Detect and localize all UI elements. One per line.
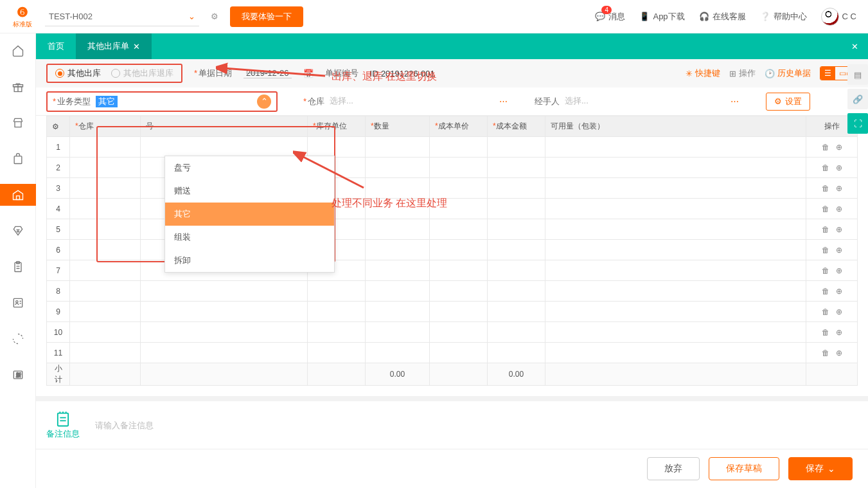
more-icon[interactable]: ⋯ <box>731 96 740 106</box>
cell-cost[interactable] <box>430 240 488 260</box>
customer-service-button[interactable]: 🎧 在线客服 <box>699 11 746 23</box>
cell-avail[interactable] <box>545 137 806 158</box>
cell-unit[interactable] <box>308 137 366 158</box>
cell-wh[interactable] <box>70 260 141 281</box>
cell-avail[interactable] <box>545 281 806 302</box>
store-select[interactable]: TEST-H002 ⌄ <box>45 7 199 26</box>
cell-wh[interactable] <box>70 178 141 199</box>
cell-amt[interactable] <box>488 240 545 260</box>
cell-avail[interactable] <box>545 158 806 178</box>
dropdown-item[interactable]: 组装 <box>165 226 334 249</box>
cell-wh[interactable] <box>70 219 141 240</box>
add-icon[interactable]: ⊕ <box>836 307 842 316</box>
ops-button[interactable]: ⊞操作 <box>729 68 756 79</box>
delete-icon[interactable]: 🗑 <box>822 204 829 213</box>
cell-avail[interactable] <box>545 240 806 260</box>
business-type-field[interactable]: *业务类型 其它 ⌃ <box>46 91 278 112</box>
cell-code[interactable] <box>141 137 308 158</box>
add-icon[interactable]: ⊕ <box>836 348 842 357</box>
view-list[interactable]: ☰ <box>820 67 835 80</box>
nav-bag[interactable] <box>0 148 36 170</box>
cell-amt[interactable] <box>488 219 545 240</box>
cell-code[interactable] <box>141 322 308 343</box>
cell-wh[interactable] <box>70 322 141 343</box>
cell-unit[interactable] <box>308 343 366 363</box>
cell-qty[interactable] <box>366 137 430 158</box>
cell-cost[interactable] <box>430 178 488 199</box>
cell-unit[interactable] <box>308 302 366 322</box>
cell-wh[interactable] <box>70 158 141 178</box>
settings-button[interactable]: ⚙ 设置 <box>766 93 810 111</box>
cell-avail[interactable] <box>545 260 806 281</box>
cell-amt[interactable] <box>488 137 545 158</box>
add-icon[interactable]: ⊕ <box>836 163 842 172</box>
nav-store[interactable] <box>0 112 36 134</box>
add-icon[interactable]: ⊕ <box>836 328 842 337</box>
cell-qty[interactable] <box>366 281 430 302</box>
cell-cost[interactable] <box>430 158 488 178</box>
add-icon[interactable]: ⊕ <box>836 287 842 296</box>
cell-cost[interactable] <box>430 302 488 322</box>
save-button[interactable]: 保存⌄ <box>788 457 853 480</box>
cell-amt[interactable] <box>488 302 545 322</box>
cell-code[interactable] <box>141 343 308 363</box>
cell-cost[interactable] <box>430 322 488 343</box>
app-download-button[interactable]: 📱 App下载 <box>639 11 684 23</box>
nav-home[interactable] <box>0 40 36 62</box>
cell-wh[interactable] <box>70 137 141 158</box>
column-settings[interactable]: ⚙ <box>47 116 70 137</box>
cell-amt[interactable] <box>488 322 545 343</box>
history-button[interactable]: 🕑历史单据 <box>765 68 811 79</box>
cell-wh[interactable] <box>70 240 141 260</box>
help-center-button[interactable]: ❔ 帮助中心 <box>760 11 807 23</box>
dropdown-item[interactable]: 拆卸 <box>165 249 334 272</box>
dropdown-item[interactable]: 其它 <box>165 203 334 226</box>
delete-icon[interactable]: 🗑 <box>822 246 829 255</box>
cell-qty[interactable] <box>366 343 430 363</box>
cell-avail[interactable] <box>545 178 806 199</box>
nav-sync[interactable] <box>0 328 36 350</box>
radio-other-return[interactable]: 其他出库退库 <box>111 68 173 79</box>
cell-amt[interactable] <box>488 178 545 199</box>
cell-amt[interactable] <box>488 260 545 281</box>
delete-icon[interactable]: 🗑 <box>822 328 829 337</box>
nav-finance[interactable] <box>0 220 36 242</box>
delete-icon[interactable]: 🗑 <box>822 307 829 316</box>
user-menu[interactable]: C C <box>821 8 856 26</box>
cell-qty[interactable] <box>366 260 430 281</box>
add-icon[interactable]: ⊕ <box>836 266 842 275</box>
delete-icon[interactable]: 🗑 <box>822 143 829 152</box>
cell-avail[interactable] <box>545 199 806 219</box>
cell-avail[interactable] <box>545 302 806 322</box>
cell-cost[interactable] <box>430 137 488 158</box>
cell-cost[interactable] <box>430 260 488 281</box>
delete-icon[interactable]: 🗑 <box>822 225 829 234</box>
add-icon[interactable]: ⊕ <box>836 204 842 213</box>
handler-field[interactable]: 经手人 选择... ⋯ <box>535 95 740 107</box>
cell-amt[interactable] <box>488 199 545 219</box>
add-icon[interactable]: ⊕ <box>836 225 842 234</box>
nav-clipboard[interactable] <box>0 256 36 278</box>
cell-code[interactable] <box>141 281 308 302</box>
cell-unit[interactable] <box>308 281 366 302</box>
cell-qty[interactable] <box>366 158 430 178</box>
delete-icon[interactable]: 🗑 <box>822 163 829 172</box>
add-icon[interactable]: ⊕ <box>836 143 842 152</box>
dropdown-item[interactable]: 赠送 <box>165 179 334 203</box>
cell-wh[interactable] <box>70 281 141 302</box>
messages-button[interactable]: 💬 消息 4 <box>595 11 625 23</box>
trial-button[interactable]: 我要体验一下 <box>230 6 303 27</box>
chevron-up-icon[interactable]: ⌃ <box>257 95 271 109</box>
cell-avail[interactable] <box>545 322 806 343</box>
cell-cost[interactable] <box>430 343 488 363</box>
cell-qty[interactable] <box>366 178 430 199</box>
cell-code[interactable] <box>141 302 308 322</box>
date-value[interactable]: 2019-12-26 <box>244 68 292 78</box>
cell-avail[interactable] <box>545 343 806 363</box>
tab-other-outbound[interactable]: 其他出库单 ✕ <box>76 33 152 59</box>
cell-unit[interactable] <box>308 322 366 343</box>
delete-icon[interactable]: 🗑 <box>822 348 829 357</box>
remark-input[interactable] <box>95 420 858 430</box>
dropdown-item[interactable]: 盘亏 <box>165 156 334 179</box>
shortcut-button[interactable]: ✳快捷键 <box>686 68 720 79</box>
